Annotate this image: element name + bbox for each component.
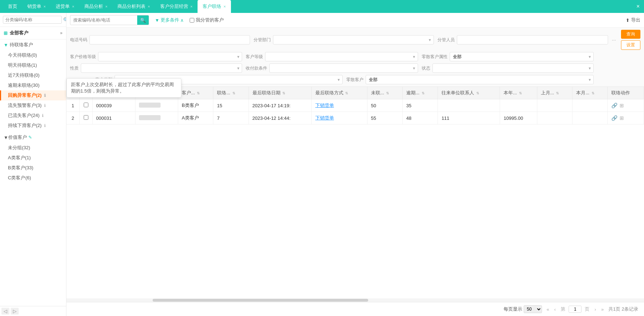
nav-item-customer-contact[interactable]: 客户联络 × [198, 0, 231, 13]
fold-icon[interactable]: » [60, 30, 62, 36]
filter-status-select[interactable] [432, 63, 594, 73]
action-link-icon-2[interactable]: 🔗 [611, 115, 617, 121]
nav-item-home[interactable]: 首页 [3, 0, 22, 13]
th-uncollected: 未联... ⇅ [367, 87, 402, 99]
sidebar-all-customers[interactable]: ⊞ 全部客户 » [0, 27, 66, 39]
window-close-btn[interactable]: × [636, 3, 640, 10]
pagination-nav: « ‹ 第 页 › » [545, 305, 606, 313]
toolbar-search-input[interactable] [70, 18, 137, 23]
td-checkbox-2[interactable] [79, 112, 92, 124]
export-btn[interactable]: ⬆ 导出 [626, 17, 640, 23]
sidebar-repurchase-abnormal[interactable]: 回购异常客户(2) ℹ [0, 90, 66, 100]
sort-method-icon[interactable]: ⇅ [345, 91, 348, 95]
nav-item-product-analysis-list[interactable]: 商品分析列表 × [112, 0, 155, 13]
toolbar-search-btn[interactable]: 🔍 [137, 15, 149, 25]
sidebar-scroll-right[interactable]: ▷ [11, 308, 19, 315]
sort-this-year-icon[interactable]: ⇅ [519, 91, 522, 95]
filter-person-ellipsis[interactable]: ··· [610, 37, 617, 43]
more-conditions-btn[interactable]: ▼ 更多条件 ∧ [152, 15, 187, 25]
nav-close-customer-segment[interactable]: × [190, 4, 193, 9]
action-link-icon-1[interactable]: 🔗 [611, 103, 617, 108]
table-area: ⚙ 客户编码 ⇅ 客户名称 ⇅ 客户... ⇅ [66, 87, 644, 298]
row1-checkbox[interactable] [84, 103, 88, 107]
settings-btn[interactable]: 设置 [621, 40, 640, 50]
nav-item-sales[interactable]: 销货单 × [22, 0, 51, 13]
filter-payment-select[interactable] [269, 63, 418, 73]
td-checkbox-1[interactable] [79, 99, 92, 112]
page-input[interactable] [569, 306, 582, 313]
filter-retail-attribute-select[interactable]: 全部 [450, 52, 594, 61]
filter-retail-customer-select[interactable]: 全部 [366, 75, 594, 84]
sidebar-search-icon[interactable]: 🔍 [63, 17, 66, 23]
td-method-1[interactable]: 下销货单 [311, 99, 367, 112]
nav-close-purchase[interactable]: × [72, 4, 74, 9]
sidebar-lost-warning[interactable]: 流失预警客户(3) ℹ [0, 100, 66, 110]
sidebar-overdue-pending[interactable]: 逾期未联络(30) [0, 80, 66, 90]
nav-item-product-analysis[interactable]: 商品分析 × [79, 0, 112, 13]
query-btn[interactable]: 查询 [621, 30, 640, 39]
nav-close-sales[interactable]: × [43, 4, 46, 9]
action-grid-icon-1[interactable]: ⊞ [620, 103, 624, 108]
sidebar-7day-pending[interactable]: 近7天待联络(0) [0, 70, 66, 80]
action-grid-icon-2[interactable]: ⊞ [620, 115, 624, 121]
filter-gender-select[interactable] [81, 63, 242, 73]
sort-overdue-icon[interactable]: ⇅ [422, 91, 425, 95]
filter-row-3: 性质 ▼ 收付款条件 ▼ 状态 [70, 63, 640, 73]
filter-customer-grade-select[interactable] [265, 52, 418, 61]
my-customers-checkbox-area[interactable]: 我分管的客户 [190, 17, 224, 23]
nav-last-btn[interactable]: » [599, 306, 606, 313]
main-layout: 🔍 ⊞ 全部客户 » ▼ 待联络客户 今天待联络(0) 明天待联络(1) 近7天… [0, 13, 644, 316]
filter-dept-select[interactable] [273, 35, 434, 44]
sort-date-icon[interactable]: ⇅ [282, 91, 285, 95]
info-icon2: ℹ [44, 103, 46, 108]
filter-phone-input[interactable] [89, 35, 250, 44]
edit-icon[interactable]: ✎ [28, 135, 32, 140]
filter-retail-attribute: 零散客户属性 全部 ▼ [422, 52, 594, 61]
th-contact-count: 联络... ⇅ [213, 87, 249, 99]
td-last-month-1 [537, 99, 572, 112]
sidebar-class-b[interactable]: B类客户(33) [0, 163, 66, 173]
nav-close-product-analysis-list[interactable]: × [148, 4, 150, 9]
sidebar-already-lost[interactable]: 已流失客户(24) ℹ [0, 110, 66, 121]
nav-close-customer-contact[interactable]: × [223, 4, 226, 9]
sort-last-month-icon[interactable]: ⇅ [556, 91, 559, 95]
sidebar-search-input[interactable] [3, 16, 62, 24]
nav-next-btn[interactable]: › [593, 306, 598, 313]
row2-checkbox[interactable] [84, 115, 88, 120]
sidebar-class-c[interactable]: C类客户(6) [0, 173, 66, 183]
nav-item-purchase[interactable]: 进货单 × [51, 0, 79, 13]
td-type-1: B类客户 [178, 99, 213, 112]
filter-person-input[interactable] [457, 35, 608, 44]
filter-price-grade-select[interactable] [98, 52, 242, 61]
sidebar-today-pending[interactable]: 今天待联络(0) [0, 50, 66, 60]
horizontal-scrollbar[interactable] [66, 298, 644, 302]
nav-item-customer-segment[interactable]: 客户分层经营 × [155, 0, 198, 13]
sort-this-month-icon[interactable]: ⇅ [592, 91, 594, 95]
td-last-month-2 [537, 112, 572, 124]
page-suffix: 页 [583, 305, 591, 313]
filter-price-grade-wrap: ▼ [98, 52, 242, 61]
sidebar-value-section[interactable]: ▼ 价值客户 ✎ [0, 132, 66, 143]
sidebar-class-a-1[interactable]: A类客户(1) [0, 153, 66, 163]
nav-close-product-analysis[interactable]: × [105, 4, 107, 9]
sort-uncollected-icon[interactable]: ⇅ [386, 91, 389, 95]
sidebar-unclassified[interactable]: 未分组(32) [0, 143, 66, 153]
filter-gender: 性质 ▼ [70, 63, 242, 73]
page-size-select[interactable]: 50 10 20 100 [524, 305, 542, 313]
sort-type-icon[interactable]: ⇅ [197, 91, 200, 95]
sort-unit-contact-icon[interactable]: ⇅ [476, 91, 479, 95]
td-method-2[interactable]: 下销货单 [311, 112, 367, 124]
scroll-thumb[interactable] [153, 299, 368, 302]
filter-row-1: 电话号码 分管部门 ▼ 分管人员 ··· 查询 设置 [70, 30, 640, 50]
sort-count-icon[interactable]: ⇅ [232, 91, 235, 95]
tooltip-box: 距客户上次交易时长，超过了此客户的平均交易周期的1.5倍，则视为异常。 [66, 78, 181, 98]
nav-prev-btn[interactable]: ‹ [552, 306, 557, 313]
sidebar-pending-section[interactable]: ▼ 待联络客户 [0, 39, 66, 50]
my-customers-checkbox[interactable] [190, 18, 194, 23]
sidebar-tomorrow-pending[interactable]: 明天待联络(1) [0, 60, 66, 70]
th-overdue: 逾期... ⇅ [403, 87, 438, 99]
nav-first-btn[interactable]: « [545, 306, 551, 313]
sidebar-scroll-left[interactable]: ◁ [1, 308, 9, 315]
th-last-contact-date: 最后联络日期 ⇅ [249, 87, 311, 99]
sidebar-declining[interactable]: 持续下滑客户(2) ℹ [0, 121, 66, 131]
